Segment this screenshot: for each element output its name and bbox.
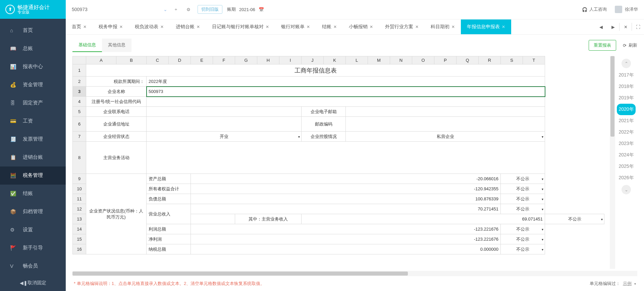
year-2026年[interactable]: 2026年 [617,172,636,184]
subtab-0[interactable]: 基础信息 [72,39,102,52]
col-header-I[interactable]: I [279,56,302,64]
sidebar-item-0[interactable]: ⌂首页 [0,21,66,40]
row-header-3[interactable]: 3 [73,87,86,97]
row-header-16[interactable]: 16 [73,244,86,254]
tab-0[interactable]: 首页✕ [66,19,93,34]
tab-scroll-right[interactable]: ▶ [607,25,619,30]
year-scroll-up[interactable]: ⌃ [622,59,631,68]
chevron-down-icon[interactable]: ▾ [634,282,636,286]
user-menu[interactable]: 徐泽华 [615,6,638,13]
year-2020年[interactable]: 2020年 [617,104,636,115]
year-2022年[interactable]: 2022年 [617,127,636,138]
gear-icon[interactable]: ⚙ [185,6,192,13]
sidebar-item-7[interactable]: 📋进销台账 [0,148,66,166]
sidebar-item-3[interactable]: 💰资金管理 [0,76,66,94]
col-header-S[interactable]: S [501,56,523,64]
row-header-12[interactable]: 12 [73,204,86,214]
r14-value[interactable]: -123.221676 [191,224,501,234]
col-header-T[interactable]: T [523,56,545,64]
r13-value[interactable]: 69.071451 [302,214,545,224]
col-header-C[interactable]: C [147,56,169,64]
add-icon[interactable]: ＋ [172,6,179,13]
close-icon[interactable]: ✕ [197,25,200,29]
close-icon[interactable]: ✕ [307,25,310,29]
row-header-15[interactable]: 15 [73,234,86,244]
r12-disp[interactable]: 不公示▾ [501,204,545,214]
col-header-N[interactable]: N [390,56,412,64]
year-2024年[interactable]: 2024年 [617,149,636,161]
sidebar-item-12[interactable]: 🚩新手引导 [0,239,66,257]
sidebar-item-5[interactable]: 💳工资 [0,112,66,130]
row-header-4[interactable]: 4 [73,97,86,107]
tab-2[interactable]: 税负波动表✕ [129,19,170,34]
year-2019年[interactable]: 2019年 [617,92,636,104]
tab-5[interactable]: 银行对账单✕ [275,19,316,34]
vertical-scrollbar[interactable] [610,56,615,269]
tab-close-all[interactable]: ✕ [620,25,632,30]
row6-v1[interactable] [147,117,302,132]
tab-4[interactable]: 日记账与银行对账单核对✕ [206,19,275,34]
tab-7[interactable]: 小畅报销✕ [343,19,379,34]
row7-sel1[interactable]: 开业▾ [147,132,302,142]
col-header-E[interactable]: E [191,56,213,64]
row-header-2[interactable]: 2 [73,77,86,87]
row-header-10[interactable]: 10 [73,184,86,194]
col-corner[interactable] [73,56,86,64]
row-header-6[interactable]: 6 [73,117,86,132]
year-2018年[interactable]: 2018年 [617,81,636,92]
reset-report-button[interactable]: 重置报表 [589,40,616,51]
tab-3[interactable]: 进销台账✕ [170,19,206,34]
row-header-11[interactable]: 11 [73,194,86,204]
row-header-9[interactable]: 9 [73,174,86,184]
row6-v2[interactable] [346,117,545,132]
row-header-5[interactable]: 5 [73,107,86,117]
period-value[interactable]: 2021-06 [239,7,255,12]
close-icon[interactable]: ✕ [160,25,164,29]
unpin-button[interactable]: ◀❚ 取消固定 [0,275,66,291]
close-icon[interactable]: ✕ [451,25,455,29]
company-name-cell[interactable]: 500973 [147,87,545,97]
year-2025年[interactable]: 2025年 [617,161,636,172]
spreadsheet[interactable]: ABCDEFGHIJKLMNOPQRST1工商年报信息表2税款所属期间：2022… [72,56,608,269]
close-icon[interactable]: ✕ [370,25,373,29]
help-link[interactable]: 🎧 人工咨询 [582,6,607,12]
year-2021年[interactable]: 2021年 [617,115,636,127]
r10-disp[interactable]: 不公示▾ [501,184,545,194]
r14-disp[interactable]: 不公示▾ [501,224,545,234]
close-icon[interactable]: ✕ [83,25,87,29]
company-select[interactable]: 500973 ⌄ [72,7,167,12]
row4-value[interactable] [147,97,545,107]
horizontal-scrollbar[interactable] [72,271,637,276]
row-header-1[interactable]: 1 [73,64,86,77]
col-header-H[interactable]: H [257,56,279,64]
sidebar-item-2[interactable]: 📊报表中心 [0,58,66,76]
r11-value[interactable]: 100.876339 [191,194,501,204]
row8-value[interactable] [147,142,545,174]
r13-disp[interactable]: 不公示▾ [545,214,604,224]
col-header-G[interactable]: G [235,56,257,64]
col-header-A[interactable]: A [86,56,116,64]
r10-value[interactable]: -120.942355 [191,184,501,194]
example-link[interactable]: 示例 [623,281,632,287]
fullscreen-icon[interactable]: ⛶ [632,25,644,30]
col-header-J[interactable]: J [302,56,324,64]
year-2023年[interactable]: 2023年 [617,138,636,149]
sidebar-item-10[interactable]: 📦归档管理 [0,203,66,221]
tab-6[interactable]: 结账✕ [316,19,343,34]
col-header-F[interactable]: F [213,56,235,64]
r16-disp[interactable]: 不公示▾ [501,244,545,254]
calendar-icon[interactable]: 📅 [259,7,264,12]
sidebar-item-11[interactable]: ⚙设置 [0,221,66,239]
col-header-M[interactable]: M [368,56,390,64]
col-header-D[interactable]: D [169,56,191,64]
tab-8[interactable]: 外贸行业方案✕ [379,19,425,34]
subtab-1[interactable]: 其他信息 [102,39,131,52]
row-header-14[interactable]: 14 [73,224,86,234]
tab-9[interactable]: 科目期初✕ [425,19,461,34]
r15-disp[interactable]: 不公示▾ [501,234,545,244]
row5-v2[interactable] [346,107,545,117]
close-icon[interactable]: ✕ [415,25,419,29]
col-header-B[interactable]: B [116,56,147,64]
period-value[interactable]: 2022年度 [147,77,545,87]
sidebar-item-13[interactable]: V畅会员 [0,257,66,275]
